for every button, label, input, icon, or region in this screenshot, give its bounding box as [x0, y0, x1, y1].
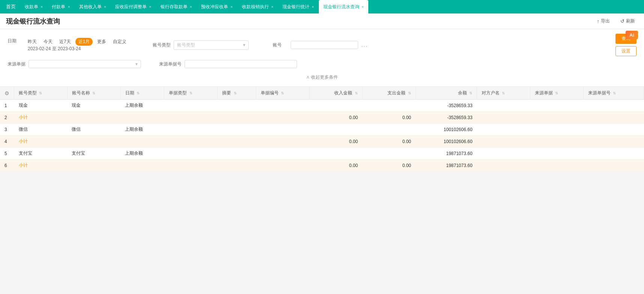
nav-item-cash-bank-stat[interactable]: 现金银行统计 ×: [278, 0, 318, 13]
table-cell: [530, 160, 583, 172]
nav-item-prepay[interactable]: 预收冲应收单 ×: [197, 0, 237, 13]
table-cell: [120, 112, 164, 124]
table-cell: [477, 124, 530, 136]
table-cell: [309, 100, 362, 112]
col-date[interactable]: 日期 ⇅: [120, 87, 164, 100]
table-row: 6小计0.000.0019871073.60: [0, 160, 644, 172]
table-cell: [164, 136, 218, 148]
data-table: ⚙ 账号类型 ⇅ 账号名称 ⇅ 日期 ⇅ 单据类型 ⇅: [0, 87, 644, 172]
source-doc-no-input[interactable]: [185, 60, 297, 68]
nav-item-home[interactable]: 首页: [2, 0, 20, 13]
col-source-doc[interactable]: 来源单据 ⇅: [530, 87, 583, 100]
refresh-icon: ↺: [620, 18, 624, 24]
close-icon[interactable]: ×: [312, 4, 314, 9]
col-balance[interactable]: 余额 ⇅: [416, 87, 477, 100]
settings-button[interactable]: 设置: [615, 46, 636, 56]
date-opt-custom[interactable]: 自定义: [111, 38, 129, 46]
table-cell: [164, 124, 218, 136]
close-icon[interactable]: ×: [41, 4, 43, 9]
table-cell: [362, 148, 416, 160]
close-icon[interactable]: ×: [271, 4, 273, 9]
account-type-group: 账号类型 账号类型 ▾: [153, 40, 249, 50]
table-cell: [120, 136, 164, 148]
close-icon[interactable]: ×: [190, 4, 192, 9]
col-expense[interactable]: 支出金额 ⇅: [362, 87, 416, 100]
table-cell: [256, 136, 309, 148]
sort-icon: ⇅: [555, 91, 558, 95]
date-opt-yesterday[interactable]: 昨天: [26, 38, 39, 46]
filter-row-2: 来源单据 ▾ 来源单据号: [8, 60, 636, 68]
close-icon[interactable]: ×: [230, 4, 233, 9]
source-doc-group: 来源单据 ▾: [8, 60, 141, 68]
table-cell: 0.00: [362, 112, 416, 124]
col-summary[interactable]: 摘要 ⇅: [218, 87, 256, 100]
table-cell: 1: [0, 100, 14, 112]
export-icon: ↑: [597, 18, 600, 24]
table-cell: [530, 136, 583, 148]
col-income[interactable]: 收入金额 ⇅: [309, 87, 362, 100]
table-cell: 微信: [67, 124, 120, 136]
table-cell: [530, 124, 583, 136]
close-icon[interactable]: ×: [149, 4, 151, 9]
account-type-label: 账号类型: [153, 42, 171, 48]
nav-item-bank-deposit[interactable]: 银行存取款单 ×: [156, 0, 197, 13]
table-cell: [583, 100, 644, 112]
date-opt-7days[interactable]: 近7天: [57, 38, 73, 46]
nav-item-receipt-verify[interactable]: 收款核销执行 ×: [237, 0, 278, 13]
table-cell: 6: [0, 160, 14, 172]
table-cell: 微信: [14, 124, 68, 136]
table-cell: 3: [0, 124, 14, 136]
col-account-name[interactable]: 账号名称 ⇅: [67, 87, 120, 100]
nav-item-receipt[interactable]: 收款单 ×: [20, 0, 47, 13]
table-cell: 0.00: [309, 136, 362, 148]
collapse-bar[interactable]: ∧ 收起更多条件: [8, 72, 636, 82]
col-account-type[interactable]: 账号类型 ⇅: [14, 87, 68, 100]
filter-row-1: 日期 昨天 今天 近7天 近1月 更多 自定义 2023-02-24 至 202…: [8, 34, 636, 56]
table-cell: [164, 160, 218, 172]
date-opt-today[interactable]: 今天: [41, 38, 55, 46]
close-icon[interactable]: ×: [104, 4, 106, 9]
date-filter-group: 日期 昨天 今天 近7天 近1月 更多 自定义 2023-02-24 至 202…: [8, 38, 129, 52]
table-cell: 支付宝: [14, 148, 68, 160]
source-doc-no-label: 来源单据号: [159, 61, 182, 67]
close-icon[interactable]: ×: [362, 4, 364, 9]
nav-item-ar-ap-adjust[interactable]: 应收应付调整单 ×: [111, 0, 156, 13]
table-cell: 小计: [14, 136, 68, 148]
page-header: 现金银行流水查询 ↑ 导出 ↺ 刷新 Ai: [0, 13, 644, 29]
table-cell: 19871073.60: [416, 148, 477, 160]
date-opt-1month[interactable]: 近1月: [75, 38, 93, 46]
nav-item-other-income[interactable]: 其他收入单 ×: [75, 0, 111, 13]
table-row: 3微信微信上期余额100102606.60: [0, 124, 644, 136]
table-cell: 现金: [14, 100, 68, 112]
table-cell: [218, 100, 256, 112]
sort-icon: ⇅: [408, 91, 411, 95]
col-counterpart[interactable]: 对方户名 ⇅: [477, 87, 530, 100]
date-opt-more[interactable]: 更多: [95, 38, 108, 46]
table-cell: 支付宝: [67, 148, 120, 160]
refresh-button[interactable]: ↺ 刷新: [617, 16, 638, 26]
ellipsis-button[interactable]: ...: [361, 42, 368, 48]
export-button[interactable]: ↑ 导出: [594, 16, 613, 26]
nav-item-payment[interactable]: 付款单 ×: [47, 0, 74, 13]
settings-icon[interactable]: ⚙: [5, 90, 9, 96]
nav-item-cash-flow-query[interactable]: 现金银行流水查询 ×: [319, 0, 368, 13]
sort-icon: ⇅: [469, 91, 472, 95]
data-table-wrapper: ⚙ 账号类型 ⇅ 账号名称 ⇅ 日期 ⇅ 单据类型 ⇅: [0, 87, 644, 172]
col-source-doc-no[interactable]: 来源单据号 ⇅: [583, 87, 644, 100]
sort-icon: ⇅: [189, 91, 192, 95]
account-type-select[interactable]: 账号类型 ▾: [174, 40, 249, 50]
header-actions: ↑ 导出 ↺ 刷新: [594, 16, 638, 26]
table-cell: [477, 136, 530, 148]
sort-icon: ⇅: [92, 91, 95, 95]
account-group: 账号 ...: [273, 41, 368, 49]
account-input[interactable]: [291, 41, 358, 49]
source-doc-select[interactable]: ▾: [29, 60, 141, 68]
col-doc-type[interactable]: 单据类型 ⇅: [164, 87, 218, 100]
col-doc-no[interactable]: 单据编号 ⇅: [256, 87, 309, 100]
table-cell: [362, 100, 416, 112]
table-cell: 19871073.60: [416, 160, 477, 172]
close-icon[interactable]: ×: [68, 4, 70, 9]
ai-badge[interactable]: Ai: [626, 31, 638, 39]
sort-icon: ⇅: [613, 91, 616, 95]
table-cell: [530, 100, 583, 112]
